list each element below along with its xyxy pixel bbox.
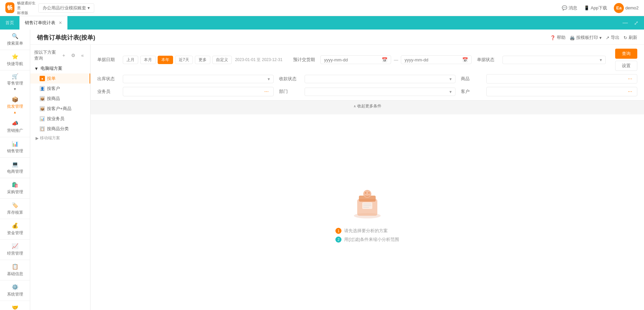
by-customer-product-icon: 📦 <box>40 106 45 111</box>
date-range-text: 2023-01-01 至 2023-12-31 <box>235 57 282 63</box>
workspace-selector[interactable]: 办公用品行业模拟账套 ▾ <box>38 3 94 13</box>
nav-item-by-order[interactable]: ● 按单 <box>30 73 90 84</box>
sidebar-item-marketing[interactable]: 📣 营销推广 <box>0 117 30 137</box>
export-button[interactable]: ↗ 导出 <box>606 35 620 41</box>
nav-item-by-customer-product[interactable]: 📦 按客户+商品 <box>30 104 90 114</box>
nav-group-pc-solutions[interactable]: ▼ 电脑端方案 <box>30 63 90 73</box>
svg-point-3 <box>363 190 371 198</box>
order-status-label: 单据状态 <box>477 57 497 63</box>
template-print-chevron-icon: ▾ <box>599 35 602 40</box>
customer-input-group: ··· <box>486 87 637 96</box>
help-icon: ❓ <box>550 35 555 40</box>
date-btn-custom[interactable]: 自定义 <box>212 56 232 64</box>
sidebar-item-sales-mgmt[interactable]: 📊 销售管理 <box>0 137 30 158</box>
page-header: 销售订单统计表(按单) ❓ 帮助 🖨️ 按模板打印 ▾ ↗ 导出 ↻ 刷新 <box>30 30 644 45</box>
template-print-button[interactable]: 🖨️ 按模板打印 ▾ <box>570 35 602 41</box>
message-button[interactable]: 💬 消息 <box>562 5 577 11</box>
sidebar-item-purchase[interactable]: 🛍️ 采购管理 <box>0 178 30 199</box>
date-btn-more[interactable]: 更多 <box>195 56 210 64</box>
tab-close-icon[interactable]: ✕ <box>59 20 62 25</box>
sidebar-item-inventory[interactable]: 🏷️ 库存核算 <box>0 199 30 219</box>
customer-input[interactable] <box>490 89 627 94</box>
app-download-button[interactable]: 📱 App下载 <box>584 5 607 11</box>
nav-item-by-product[interactable]: 📦 按商品 <box>30 94 90 104</box>
tip-num-2: 2 <box>335 237 341 243</box>
nav-item-by-salesperson[interactable]: 📊 按业务员 <box>30 114 90 124</box>
by-customer-icon: 👤 <box>40 86 45 91</box>
payment-status-label: 收款状态 <box>279 76 299 82</box>
sidebar-item-wholesale-mgmt[interactable]: 📦 批发管理 ▲ <box>0 94 30 117</box>
date-btn-7days[interactable]: 近7天 <box>175 56 193 64</box>
content-area: 销售订单统计表(按单) ❓ 帮助 🖨️ 按模板打印 ▾ ↗ 导出 ↻ 刷新 <box>30 30 644 310</box>
salesperson-label: 业务员 <box>97 89 117 95</box>
nav-item-by-product-category[interactable]: 📋 按商品分类 <box>30 124 90 134</box>
goods-input[interactable] <box>490 76 627 82</box>
settings-button[interactable]: 设置 <box>615 61 637 71</box>
filter-row-2: 出库状态 ▾ 收款状态 ▾ 商品 ··· <box>97 74 637 84</box>
collapse-bar[interactable]: ∧ 收起更多条件 <box>91 100 644 112</box>
empty-tip-2: 2 用[过滤]条件来缩小分析范围 <box>335 237 399 243</box>
sidebar-item-retail-mgmt[interactable]: 🛒 零售管理 ▼ <box>0 70 30 94</box>
sales-icon: 📊 <box>12 141 18 147</box>
expected-date-start-input[interactable] <box>324 57 380 62</box>
minimize-button[interactable]: — <box>621 19 629 27</box>
sidebar-item-finance[interactable]: 💰 资金管理 <box>0 219 30 240</box>
workspace-chevron-icon: ▾ <box>88 5 90 10</box>
empty-tips: 1 请先选择要分析的方案 2 用[过滤]条件来缩小分析范围 <box>335 228 399 243</box>
shipment-chevron-icon: ▾ <box>268 76 270 82</box>
tab-home[interactable]: 首页 <box>0 16 19 30</box>
nav-group-mobile-solutions[interactable]: ▶ 移动端方案 <box>30 134 90 142</box>
sidebar-item-ecommerce[interactable]: 💻 电商管理 <box>0 158 30 178</box>
salesperson-ellipsis-icon[interactable]: ··· <box>263 89 270 95</box>
order-status-select[interactable]: ▾ <box>502 56 606 64</box>
svg-point-5 <box>368 192 370 194</box>
wholesale-icon: 📦 <box>12 96 18 103</box>
inventory-icon: 🏷️ <box>12 202 18 208</box>
tip-num-1: 1 <box>335 228 341 234</box>
payment-status-select[interactable]: ▾ <box>305 75 455 83</box>
left-panel-actions: + ⚙ « <box>60 52 86 59</box>
print-icon: 🖨️ <box>570 35 575 40</box>
add-scheme-button[interactable]: + <box>60 52 67 59</box>
expand-button[interactable]: ⤢ <box>632 19 640 27</box>
expected-date-end-wrap: 📅 <box>401 55 472 64</box>
sidebar-item-quick-nav[interactable]: ⭐ 快捷导航 <box>0 50 30 70</box>
avatar: Ea <box>614 3 624 13</box>
calendar-end-icon: 📅 <box>462 57 468 62</box>
basics-icon: 📋 <box>12 263 18 270</box>
shipment-status-select[interactable]: ▾ <box>123 75 274 83</box>
department-label: 部门 <box>279 89 299 95</box>
by-product-category-icon: 📋 <box>40 126 45 132</box>
sidebar-item-operations[interactable]: 📈 经营管理 <box>0 240 30 260</box>
salesperson-input[interactable] <box>126 89 263 94</box>
sidebar-item-system[interactable]: ⚙️ 系统管理 <box>0 280 30 301</box>
customer-label: 客户 <box>461 89 481 95</box>
salesperson-input-group: ··· <box>123 87 274 96</box>
empty-state: 1 请先选择要分析的方案 2 用[过滤]条件来缩小分析范围 <box>91 114 644 310</box>
collapse-panel-button[interactable]: « <box>79 52 86 59</box>
settings-scheme-button[interactable]: ⚙ <box>69 52 77 59</box>
by-salesperson-icon: 📊 <box>40 116 45 121</box>
refresh-button[interactable]: ↻ 刷新 <box>624 35 637 41</box>
page-actions: ❓ 帮助 🖨️ 按模板打印 ▾ ↗ 导出 ↻ 刷新 <box>550 35 637 41</box>
department-select[interactable]: ▾ <box>305 88 455 96</box>
wholesale-arrow-icon: ▲ <box>13 110 17 114</box>
ecommerce-icon: 💻 <box>12 161 18 167</box>
help-button[interactable]: ❓ 帮助 <box>550 35 566 41</box>
user-profile-button[interactable]: Ea demo2 <box>614 3 639 13</box>
sidebar-item-basics[interactable]: 📋 基础信息 <box>0 260 30 280</box>
left-panel-header: 按以下方案查询 + ⚙ « <box>30 47 90 63</box>
date-btn-prev-month[interactable]: 上月 <box>123 56 138 64</box>
expected-date-end-input[interactable] <box>405 57 461 62</box>
sidebar-item-search-menu[interactable]: 🔍 搜索菜单 <box>0 30 30 50</box>
top-bar: 畅 畅捷通好生意 标准版 办公用品行业模拟账套 ▾ 💬 消息 📱 App下载 E… <box>0 0 644 16</box>
sidebar: 🔍 搜索菜单 ⭐ 快捷导航 🛒 零售管理 ▼ 📦 批发管理 ▲ 📣 营销推广 📊… <box>0 30 30 310</box>
nav-item-by-customer[interactable]: 👤 按客户 <box>30 84 90 94</box>
sidebar-item-enterprise[interactable]: 🤝 企业协同 <box>0 301 30 310</box>
tab-sales-order-stats[interactable]: 销售订单统计表 ✕ <box>19 16 67 30</box>
customer-ellipsis-icon[interactable]: ··· <box>627 89 634 95</box>
date-btn-this-month[interactable]: 本月 <box>140 56 156 64</box>
goods-ellipsis-icon[interactable]: ··· <box>627 76 634 82</box>
query-button[interactable]: 查询 <box>615 49 637 59</box>
date-btn-this-year[interactable]: 本年 <box>158 56 173 64</box>
